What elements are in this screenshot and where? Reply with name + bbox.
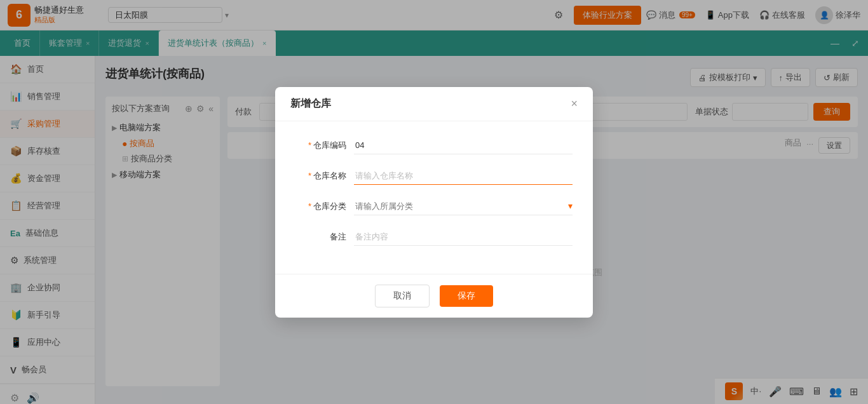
modal-header: 新增仓库 ×	[275, 87, 593, 121]
code-input[interactable]	[354, 137, 573, 154]
modal-title: 新增仓库	[290, 97, 331, 111]
save-button[interactable]: 保存	[440, 285, 493, 307]
name-label: 仓库名称	[295, 170, 346, 182]
note-label: 备注	[295, 231, 346, 243]
form-row-category: 仓库分类 ▾	[295, 198, 573, 215]
form-row-name: 仓库名称	[295, 167, 573, 185]
note-input[interactable]	[354, 228, 573, 246]
modal-close-button[interactable]: ×	[571, 97, 578, 111]
new-warehouse-modal: 新增仓库 × 仓库编码 仓库名称 仓库分类 ▾	[275, 87, 593, 318]
modal-overlay: 新增仓库 × 仓库编码 仓库名称 仓库分类 ▾	[0, 0, 868, 404]
name-input[interactable]	[354, 167, 573, 185]
category-select[interactable]	[354, 198, 568, 215]
modal-body: 仓库编码 仓库名称 仓库分类 ▾ 备注	[275, 121, 593, 274]
code-label: 仓库编码	[295, 140, 346, 151]
modal-footer: 取消 保存	[275, 274, 593, 318]
category-select-wrap: ▾	[354, 198, 573, 215]
form-row-note: 备注	[295, 228, 573, 246]
category-dropdown-icon[interactable]: ▾	[568, 201, 573, 211]
form-row-code: 仓库编码	[295, 137, 573, 154]
cancel-button[interactable]: 取消	[375, 285, 430, 307]
category-label: 仓库分类	[295, 201, 346, 212]
